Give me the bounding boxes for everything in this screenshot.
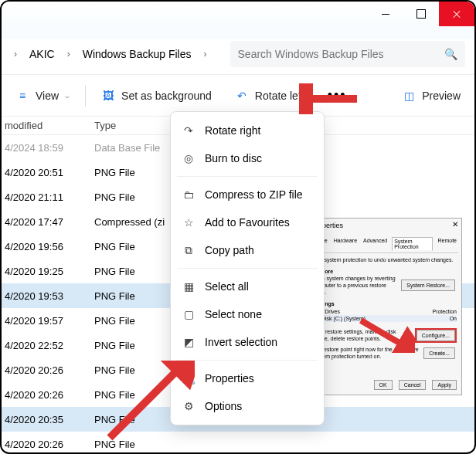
image-icon: 🖼 [101,89,115,103]
cell-date: 4/2020 20:35 [2,414,94,425]
menu-select-all[interactable]: ▦Select all [171,273,324,300]
ok-button[interactable]: OK [374,380,393,390]
chevron-right-icon[interactable]: › [11,49,20,59]
breadcrumb-item[interactable]: Windows Backup Files [78,45,196,63]
chevron-down-icon: ⌵ [65,91,70,100]
window-maximize-button[interactable] [403,2,439,26]
create-button[interactable]: Create... [423,347,455,359]
red-arrow-annotation [102,361,195,446]
menu-copy-path[interactable]: ⧉Copy path [171,236,324,264]
preview-pane-icon: ◫ [402,89,416,103]
cell-date: 4/2020 17:47 [2,216,94,228]
cell-date: 4/2020 19:53 [2,290,94,302]
menu-burn-to-disc[interactable]: ◎Burn to disc [171,144,324,172]
rotate-left-icon: ↶ [235,89,249,103]
cancel-button[interactable]: Cancel [399,380,427,390]
breadcrumb-item[interactable]: AKIC [25,45,60,63]
rotate-right-icon: ↷ [182,124,196,137]
dialog-tab[interactable]: Hardware [332,237,359,251]
window-titlebar [2,2,474,39]
red-arrow-annotation [299,83,361,114]
select-all-icon: ▦ [182,280,196,293]
window-close-button[interactable] [439,2,474,26]
column-modified[interactable]: modified [2,120,94,131]
dialog-tab[interactable]: Advanced [362,237,389,251]
cell-date: 4/2020 20:51 [2,167,94,178]
menu-invert-selection[interactable]: ◩Invert selection [171,328,324,356]
menu-select-none[interactable]: ▢Select none [171,300,324,328]
preview-button[interactable]: ◫ Preview [394,84,468,107]
preview-pane: Properties ✕ Name Hardware Advanced Syst… [308,218,462,395]
view-menu-button[interactable]: ≡ View ⌵ [8,84,77,107]
dialog-tab-active[interactable]: System Protection [392,237,433,251]
window-minimize-button[interactable] [368,2,403,26]
apply-button[interactable]: Apply [432,380,457,390]
cell-date: 4/2020 19:25 [2,266,94,277]
select-none-icon: ▢ [182,307,196,321]
preview-label: Preview [422,90,461,102]
dialog-tab[interactable]: Remote [436,237,458,251]
dialog-close-icon[interactable]: ✕ [452,220,458,229]
menu-separator [177,176,318,177]
red-arrow-annotation [353,314,415,353]
copy-path-icon: ⧉ [182,243,196,257]
menu-separator [177,360,318,361]
search-icon[interactable]: 🔍 [444,48,457,60]
invert-icon: ◩ [182,335,196,349]
dialog-tabs: Name Hardware Advanced System Protection… [311,237,458,253]
search-box[interactable]: 🔍 [230,41,465,67]
menu-add-favourites[interactable]: ☆Add to Favourites [171,208,324,236]
cell-date: 4/2024 18:59 [2,142,94,154]
toolbar: ≡ View ⌵ 🖼 Set as background ↶ Rotate le… [2,75,474,117]
system-restore-button[interactable]: System Restore... [401,280,455,291]
menu-rotate-right[interactable]: ↷Rotate right [171,117,324,144]
search-input[interactable] [238,48,444,60]
svg-line-1 [110,368,179,438]
breadcrumb-bar: › AKIC › Windows Backup Files › 🔍 [2,39,474,69]
configure-button[interactable]: Configure... [416,330,455,341]
file-row[interactable]: 4/2020 20:26PNG File [2,432,474,454]
set-background-button[interactable]: 🖼 Set as background [94,84,219,107]
chevron-right-icon[interactable]: › [64,49,73,59]
svg-line-2 [361,320,403,345]
hamburger-icon: ≡ [15,89,29,103]
disc-icon: ◎ [182,151,196,165]
set-bg-label: Set as background [121,90,212,102]
chevron-right-icon[interactable]: › [201,49,210,59]
cell-date: 4/2020 19:57 [2,315,94,327]
view-label: View [36,90,59,102]
separator [85,85,86,107]
cell-date: 4/2020 20:26 [2,364,94,376]
cell-date: 4/2020 22:52 [2,340,94,351]
cell-date: 4/2020 20:26 [2,439,94,450]
cell-date: 4/2020 20:26 [2,389,94,401]
rotate-left-label: Rotate left [255,90,304,102]
zip-icon: 🗀 [182,188,196,202]
menu-separator [177,268,318,269]
menu-compress-zip[interactable]: 🗀Compress to ZIP file [171,181,324,208]
star-icon: ☆ [182,215,196,229]
cell-date: 4/2020 19:56 [2,241,94,252]
cell-date: 4/2020 21:11 [2,191,94,203]
